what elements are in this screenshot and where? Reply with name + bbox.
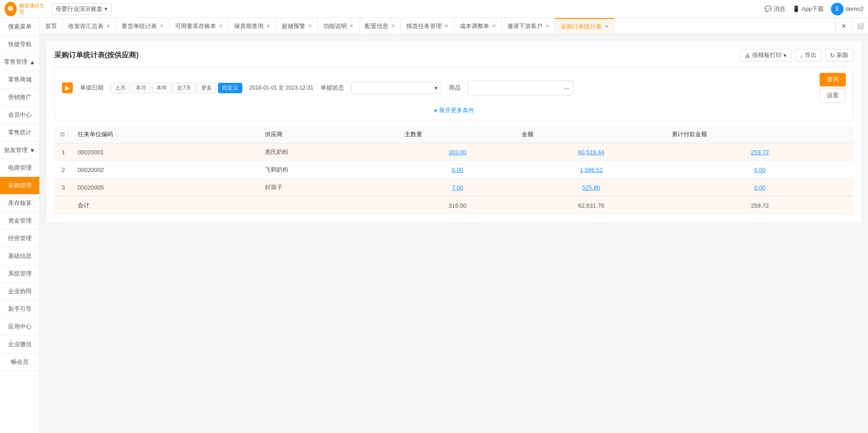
finance-mgmt-label: 资金管理	[8, 217, 32, 225]
tab-expiry-query[interactable]: 保质期查询 ✕	[229, 18, 276, 34]
tab-function-desc-close-icon[interactable]: ✕	[349, 23, 354, 29]
sidebar-item-ops-mgmt[interactable]: 经营管理	[0, 230, 39, 247]
date-7days-button[interactable]: 近7天	[173, 83, 195, 93]
tab-purchase-summary[interactable]: 采购订单统计表 ✕	[555, 18, 614, 34]
tab-overstock-warning-close-icon[interactable]: ✕	[308, 23, 312, 29]
quick-nav-label: 快捷导航	[8, 40, 32, 48]
app-download-button[interactable]: 📱 App下载	[793, 5, 824, 13]
tab-function-desc-label: 功能说明	[323, 22, 347, 30]
filter-toggle-button[interactable]: ▶	[62, 82, 73, 93]
sidebar-item-purchase-mgmt[interactable]: 采购管理	[0, 177, 39, 195]
sidebar-item-retail-mall[interactable]: 零售商城	[0, 71, 39, 89]
sidebar-item-quick-nav[interactable]: 快捷导航	[0, 36, 39, 53]
tab-home[interactable]: 首页	[40, 18, 63, 34]
tab-overstock-warning[interactable]: 超储预警 ✕	[276, 18, 318, 34]
export-button[interactable]: ↓ 导出	[795, 49, 822, 62]
sidebar-item-enterprise-collab[interactable]: 企业协同	[0, 283, 39, 300]
date-this-month-button[interactable]: 本月	[132, 83, 151, 93]
table-header-row: ⚙ 往来单位编码 供应商 主数量	[54, 126, 854, 143]
tab-order-summary[interactable]: 要货单统计表 ✕	[116, 18, 170, 34]
date-range-display: 2016-01-01 至 2023-12-31	[250, 84, 313, 92]
tab-available-stock[interactable]: 可用量库存账本 ✕	[170, 18, 229, 34]
refresh-button[interactable]: ↻ 刷新	[825, 49, 854, 62]
table-row[interactable]: 3 00020005 好孩子 7.00 525.80 0.00	[54, 179, 854, 197]
tab-order-summary-close-icon[interactable]: ✕	[160, 23, 164, 29]
page-card: 采购订单统计表(按供应商) 🖨 按模板打印 ▾ ↓ 导出 ↻	[47, 42, 861, 222]
tab-purchase-summary-label: 采购订单统计表	[561, 23, 602, 31]
tab-cost-adjust-close-icon[interactable]: ✕	[492, 23, 496, 29]
sidebar-item-retail-stats[interactable]: 零售统计	[0, 124, 39, 142]
tab-cost-adjust-label: 成本调整单	[460, 22, 489, 30]
sidebar-item-search[interactable]: 搜索菜单	[0, 18, 39, 36]
sidebar-item-marketing[interactable]: 营销推广	[0, 89, 39, 106]
tab-invite-downstream[interactable]: 邀请下游客户 ✕	[502, 18, 555, 34]
table-row[interactable]: 1 00020001 惠氏奶粉 303.00 60,519.44 259.72	[54, 143, 854, 161]
tab-task-mgmt[interactable]: 拣货任务管理 ✕	[401, 18, 454, 34]
sidebar-item-finance-mgmt[interactable]: 资金管理	[0, 212, 39, 230]
query-actions: 查询 设置	[820, 73, 846, 103]
tab-receive-summary-label: 收发存汇总表	[68, 22, 104, 30]
sidebar-item-wholesale-mgmt[interactable]: 批发管理 ▼	[0, 142, 39, 159]
footer-paid-amount-cell: 259.72	[666, 196, 854, 214]
product-search-input[interactable]	[472, 83, 562, 93]
tab-receive-summary[interactable]: 收发存汇总表 ✕	[63, 18, 116, 34]
sidebar-item-member-center[interactable]: 会员中心	[0, 106, 39, 124]
tab-cost-adjust[interactable]: 成本调整单 ✕	[454, 18, 502, 34]
tab-receive-summary-close-icon[interactable]: ✕	[106, 23, 110, 29]
tab-invite-downstream-close-icon[interactable]: ✕	[545, 23, 549, 29]
basic-info-label: 基础信息	[8, 252, 32, 260]
tab-config-info[interactable]: 配置信息 ✕	[359, 18, 401, 34]
sidebar-item-basic-info[interactable]: 基础信息	[0, 247, 39, 265]
tab-expiry-query-close-icon[interactable]: ✕	[266, 23, 270, 29]
sidebar-item-ecommerce-mgmt[interactable]: 电商管理	[0, 159, 39, 177]
column-settings-icon[interactable]: ⚙	[60, 131, 66, 138]
footer-quantity-cell: 316.00	[399, 196, 516, 214]
tab-function-desc[interactable]: 功能说明 ✕	[318, 18, 359, 34]
tab-purchase-summary-close-icon[interactable]: ✕	[604, 24, 609, 29]
tab-task-mgmt-label: 拣货任务管理	[406, 22, 442, 30]
message-button[interactable]: 💬 消息	[764, 5, 785, 13]
data-table: ⚙ 往来单位编码 供应商 主数量	[54, 126, 854, 214]
tab-close-all-button[interactable]: ✕	[835, 18, 852, 34]
table-row[interactable]: 2 00020002 飞鹤奶粉 6.00 1,586.52 0.00	[54, 161, 854, 179]
row-paid-amount-cell: 259.72	[666, 143, 854, 161]
date-custom-button[interactable]: 自定义	[218, 83, 242, 93]
query-button[interactable]: 查询	[820, 73, 846, 86]
sidebar-item-system-mgmt[interactable]: 系统管理	[0, 265, 39, 283]
enterprise-collab-label: 企业协同	[8, 287, 32, 295]
row-supplier-cell: 好孩子	[259, 179, 399, 197]
workspace-selector[interactable]: 母婴行业演示账套 ▾	[52, 3, 112, 15]
avatar: E	[831, 3, 844, 15]
message-label: 消息	[774, 5, 785, 13]
sidebar-item-app-center[interactable]: 应用中心	[0, 318, 39, 336]
date-last-month-button[interactable]: 上月	[111, 83, 130, 93]
tab-config-info-close-icon[interactable]: ✕	[391, 23, 395, 29]
sidebar-item-enterprise-wechat[interactable]: 企业微信	[0, 336, 39, 353]
tab-task-mgmt-close-icon[interactable]: ✕	[444, 23, 448, 29]
print-chevron-icon: ▾	[783, 52, 787, 59]
sidebar-item-new-guide[interactable]: 新手引导	[0, 300, 39, 318]
product-input-area[interactable]: ···	[468, 81, 573, 95]
user-menu[interactable]: E demo2	[831, 3, 863, 15]
footer-supplier-cell	[259, 196, 399, 214]
tab-bar: 首页 收发存汇总表 ✕ 要货单统计表 ✕ 可用量库存账本 ✕ 保质期查询 ✕ 超…	[40, 18, 868, 34]
sidebar-item-stock-check[interactable]: 库存核算	[0, 195, 39, 212]
date-more-button[interactable]: 更多	[197, 83, 216, 93]
tab-home-label: 首页	[45, 22, 57, 30]
content-area: 首页 收发存汇总表 ✕ 要货单统计表 ✕ 可用量库存账本 ✕ 保质期查询 ✕ 超…	[40, 18, 868, 433]
status-filter-label: 单据状态	[321, 84, 344, 92]
tab-maximize-button[interactable]: ⬜	[852, 18, 868, 34]
ecommerce-mgmt-label: 电商管理	[8, 164, 32, 172]
col-unit-code-header: 往来单位编码	[72, 126, 259, 143]
status-select[interactable]: ▾	[351, 82, 442, 94]
ops-mgmt-label: 经营管理	[8, 234, 32, 243]
expand-more-button[interactable]: ▾ 展开更多条件	[62, 103, 846, 114]
sidebar-item-vip-member[interactable]: 畅会员	[0, 353, 39, 371]
print-button[interactable]: 🖨 按模板打印 ▾	[740, 49, 792, 62]
retail-mall-label: 零售商城	[8, 76, 32, 84]
footer-amount-cell: 62,631.76	[516, 196, 666, 214]
tab-available-stock-close-icon[interactable]: ✕	[219, 23, 223, 29]
sidebar-item-retail-mgmt[interactable]: 零售管理 ▲	[0, 53, 39, 71]
date-this-year-button[interactable]: 本年	[152, 83, 171, 93]
settings-button[interactable]: 设置	[820, 88, 846, 103]
